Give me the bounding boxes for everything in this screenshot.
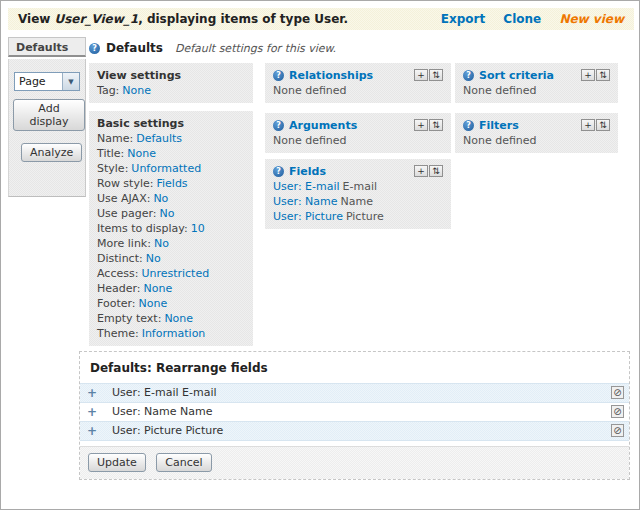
drag-handle-icon[interactable]: +: [85, 384, 99, 402]
help-icon[interactable]: ?: [89, 43, 100, 54]
setting-value-link[interactable]: No: [154, 237, 169, 250]
setting-row: Distinct:No: [97, 251, 245, 266]
cancel-button[interactable]: Cancel: [156, 453, 211, 472]
view-settings-box: View settings Tag:None: [89, 63, 253, 103]
setting-label: More link:: [97, 237, 151, 250]
field-row: User: NameName: [273, 194, 443, 209]
view-title-suffix: , displaying items of type User.: [138, 12, 348, 26]
view-settings-title: View settings: [97, 69, 181, 82]
remove-field-button[interactable]: ⊘: [611, 424, 624, 437]
relationships-box: ? Relationships +⇅ None defined: [265, 63, 451, 103]
setting-row: More link:No: [97, 236, 245, 251]
setting-row: Items to display:10: [97, 221, 245, 236]
remove-field-button[interactable]: ⊘: [611, 386, 624, 399]
setting-label: Style:: [97, 162, 128, 175]
setting-value-link[interactable]: Information: [142, 327, 206, 340]
rearrange-row: + User: Picture Picture ⊘: [80, 421, 629, 441]
filters-box: ? Filters +⇅ None defined: [455, 113, 618, 153]
setting-value-link[interactable]: None: [164, 312, 193, 325]
filters-title-link[interactable]: Filters: [479, 119, 519, 132]
add-argument-button[interactable]: +: [414, 119, 428, 131]
setting-value-link[interactable]: Defaults: [136, 132, 182, 145]
new-view-link[interactable]: New view: [559, 12, 624, 26]
setting-row: Style:Unformatted: [97, 161, 245, 176]
relationships-empty-text: None defined: [273, 83, 443, 98]
rearrange-form-title: Defaults: Rearrange fields: [80, 352, 629, 383]
setting-value-link[interactable]: None: [127, 147, 156, 160]
form-actions: Update Cancel: [80, 446, 629, 479]
field-link[interactable]: User: Picture: [273, 210, 343, 223]
setting-row: Title:None: [97, 146, 245, 161]
tab-defaults[interactable]: Defaults: [8, 37, 86, 57]
rearrange-row-label: User: Picture Picture: [112, 424, 223, 437]
help-icon[interactable]: ?: [463, 120, 474, 131]
rearrange-fields-button[interactable]: ⇅: [429, 165, 443, 177]
display-header-description: Default settings for this view.: [175, 42, 336, 55]
setting-row: Footer:None: [97, 296, 245, 311]
rearrange-row: + User: E-mail E-mail ⊘: [80, 383, 629, 403]
setting-label: Tag:: [97, 84, 119, 97]
setting-label: Use AJAX:: [97, 192, 150, 205]
display-type-select[interactable]: Page ▼: [14, 72, 80, 91]
display-sidebar: Page ▼ Add display Analyze: [8, 59, 86, 197]
view-title-prefix: View: [18, 12, 50, 26]
help-icon[interactable]: ?: [463, 70, 474, 81]
analyze-button[interactable]: Analyze: [21, 143, 82, 162]
display-type-select-value: Page: [15, 75, 62, 88]
setting-value-link[interactable]: Unformatted: [131, 162, 201, 175]
sort-criteria-box: ? Sort criteria +⇅ None defined: [455, 63, 618, 103]
rearrange-relationships-button[interactable]: ⇅: [429, 69, 443, 81]
help-icon[interactable]: ?: [273, 120, 284, 131]
sort-criteria-title-link[interactable]: Sort criteria: [479, 69, 554, 82]
field-link[interactable]: User: Name: [273, 195, 338, 208]
add-display-button[interactable]: Add display: [13, 99, 85, 131]
rearrange-row: + User: Name Name ⊘: [80, 403, 629, 421]
fields-title-link[interactable]: Fields: [289, 165, 326, 178]
setting-row: Name:Defaults: [97, 131, 245, 146]
clone-link[interactable]: Clone: [503, 12, 541, 26]
setting-value-link[interactable]: None: [122, 84, 151, 97]
export-link[interactable]: Export: [441, 12, 485, 26]
help-icon[interactable]: ?: [273, 70, 284, 81]
setting-value-link[interactable]: No: [153, 192, 168, 205]
field-link[interactable]: User: E-mail: [273, 180, 340, 193]
setting-row: Use AJAX:No: [97, 191, 245, 206]
setting-row: Theme:Information: [97, 326, 245, 341]
help-icon[interactable]: ?: [273, 166, 284, 177]
display-header-title: Defaults: [106, 41, 163, 55]
update-button[interactable]: Update: [88, 453, 146, 472]
field-row: User: PicturePicture: [273, 209, 443, 224]
view-name: User_View_1: [54, 12, 138, 26]
setting-value-link[interactable]: No: [146, 252, 161, 265]
setting-row: Row style:Fields: [97, 176, 245, 191]
setting-label: Name:: [97, 132, 133, 145]
remove-field-button[interactable]: ⊘: [611, 405, 624, 418]
setting-value-link[interactable]: Fields: [156, 177, 187, 190]
setting-label: Distinct:: [97, 252, 143, 265]
field-label: E-mail: [343, 180, 378, 193]
rearrange-filters-button[interactable]: ⇅: [596, 119, 610, 131]
setting-label: Items to display:: [97, 222, 188, 235]
drag-handle-icon[interactable]: +: [85, 422, 99, 440]
setting-value-link[interactable]: 10: [191, 222, 205, 235]
rearrange-arguments-button[interactable]: ⇅: [429, 119, 443, 131]
setting-value-link[interactable]: None: [144, 282, 173, 295]
views-admin-page: ViewUser_View_1, displaying items of typ…: [0, 0, 640, 510]
setting-label: Header:: [97, 282, 141, 295]
add-relationship-button[interactable]: +: [414, 69, 428, 81]
add-field-button[interactable]: +: [414, 165, 428, 177]
setting-value-link[interactable]: Unrestricted: [141, 267, 209, 280]
rearrange-sorts-button[interactable]: ⇅: [596, 69, 610, 81]
setting-value-link[interactable]: No: [160, 207, 175, 220]
view-actions: Export Clone New view: [427, 12, 624, 30]
relationships-title-link[interactable]: Relationships: [289, 69, 373, 82]
drag-handle-icon[interactable]: +: [85, 403, 99, 421]
add-sort-button[interactable]: +: [581, 69, 595, 81]
setting-value-link[interactable]: None: [139, 297, 168, 310]
field-row: User: E-mailE-mail: [273, 179, 443, 194]
arguments-title-link[interactable]: Arguments: [289, 119, 357, 132]
setting-label: Use pager:: [97, 207, 157, 220]
setting-row: Use pager:No: [97, 206, 245, 221]
setting-label: Empty text:: [97, 312, 161, 325]
add-filter-button[interactable]: +: [581, 119, 595, 131]
